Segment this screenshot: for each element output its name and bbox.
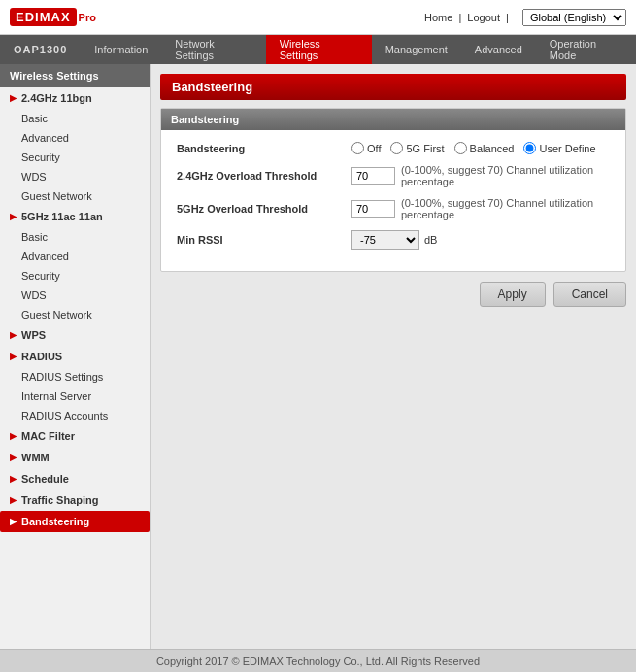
radio-label-off: Off [367, 143, 381, 154]
sidebar-item-5ghz-guest-network[interactable]: Guest Network [0, 305, 150, 324]
sidebar-section-schedule[interactable]: ▶ Schedule [0, 468, 150, 489]
sidebar-title: Wireless Settings [0, 64, 150, 87]
sidebar-section-radius[interactable]: ▶ RADIUS RADIUS Settings Internal Server… [0, 346, 150, 425]
arrow-icon-24ghz: ▶ [10, 93, 17, 103]
sidebar-item-24ghz-security[interactable]: Security [0, 148, 150, 167]
sidebar-item-radius-accounts[interactable]: RADIUS Accounts [0, 406, 150, 425]
language-select[interactable]: Global (English) [522, 9, 626, 26]
radio-off[interactable]: Off [351, 142, 381, 154]
sidebar-item-24ghz-wds[interactable]: WDS [0, 167, 150, 186]
nav-item-advanced[interactable]: Advanced [461, 35, 536, 64]
sidebar-section-label-bandsteering: Bandsteering [21, 516, 89, 527]
arrow-icon-schedule: ▶ [10, 474, 17, 484]
cancel-button[interactable]: Cancel [553, 282, 626, 307]
section-box: Bandsteering Bandsteering Off [160, 108, 626, 272]
sidebar-item-5ghz-basic[interactable]: Basic [0, 227, 150, 247]
section-body: Bandsteering Off 5G First [161, 130, 625, 271]
sidebar-sub-radius: RADIUS Settings Internal Server RADIUS A… [0, 367, 150, 425]
input-threshold-24[interactable] [351, 167, 395, 185]
sidebar-section-label-schedule: Schedule [21, 473, 69, 485]
input-threshold-5g[interactable] [351, 200, 395, 218]
arrow-icon-wps: ▶ [10, 330, 17, 340]
sidebar-item-radius-settings[interactable]: RADIUS Settings [0, 367, 150, 386]
nav-item-network-settings[interactable]: Network Settings [161, 35, 265, 64]
radio-label-5g-first: 5G First [406, 143, 444, 154]
radio-input-balanced[interactable] [454, 142, 467, 154]
select-min-rssi[interactable]: -75 -70 -65 -60 -55 -50 -45 [351, 230, 419, 250]
radio-input-off[interactable] [351, 142, 364, 154]
form-row-bandsteering: Bandsteering Off 5G First [177, 142, 610, 154]
arrow-icon-5ghz: ▶ [10, 212, 17, 221]
sidebar-section-24ghz[interactable]: ▶ 2.4GHz 11bgn Basic Advanced Security W… [0, 87, 150, 206]
controls-threshold-5g: (0-100%, suggest 70) Channel utilization… [351, 197, 610, 220]
label-threshold-5g: 5GHz Overload Threshold [177, 203, 351, 215]
sidebar-section-bandsteering[interactable]: ▶ Bandsteering [0, 511, 150, 532]
radio-label-balanced: Balanced [470, 143, 515, 154]
sidebar-section-5ghz[interactable]: ▶ 5GHz 11ac 11an Basic Advanced Security… [0, 206, 150, 324]
sidebar-item-5ghz-advanced[interactable]: Advanced [0, 247, 150, 266]
sidebar-section-label-5ghz: 5GHz 11ac 11an [21, 211, 103, 222]
nav-item-wireless-settings[interactable]: Wireless Settings [266, 35, 372, 64]
sidebar-section-header-bandsteering[interactable]: ▶ Bandsteering [0, 511, 150, 532]
sidebar-item-internal-server[interactable]: Internal Server [0, 386, 150, 406]
radio-user-define[interactable]: User Define [523, 142, 595, 154]
arrow-icon-radius: ▶ [10, 352, 17, 361]
radio-input-user-define[interactable] [523, 142, 536, 154]
content-area: Bandsteering Bandsteering Bandsteering O… [151, 64, 636, 649]
main-layout: Wireless Settings ▶ 2.4GHz 11bgn Basic A… [0, 64, 636, 649]
sidebar-section-header-traffic-shaping[interactable]: ▶ Traffic Shaping [0, 489, 150, 511]
footer-text: Copyright 2017 © EDIMAX Technology Co., … [156, 655, 480, 667]
controls-threshold-24: (0-100%, suggest 70) Channel utilization… [351, 164, 610, 187]
sidebar-item-24ghz-basic[interactable]: Basic [0, 109, 150, 128]
sidebar: Wireless Settings ▶ 2.4GHz 11bgn Basic A… [0, 64, 151, 649]
sidebar-sub-5ghz: Basic Advanced Security WDS Guest Networ… [0, 227, 150, 324]
sidebar-item-5ghz-security[interactable]: Security [0, 266, 150, 286]
sidebar-section-header-wmm[interactable]: ▶ WMM [0, 447, 150, 468]
sidebar-section-label-traffic-shaping: Traffic Shaping [21, 494, 98, 506]
arrow-icon-wmm: ▶ [10, 453, 17, 462]
radio-group-bandsteering: Off 5G First Balanced [351, 142, 596, 154]
form-row-min-rssi: Min RSSI -75 -70 -65 -60 -55 -50 -45 dB [177, 230, 610, 250]
logout-link[interactable]: Logout [467, 12, 500, 23]
sidebar-section-label-24ghz: 2.4GHz 11bgn [21, 92, 92, 104]
hint-threshold-24: (0-100%, suggest 70) Channel utilization… [401, 164, 610, 187]
sidebar-section-header-schedule[interactable]: ▶ Schedule [0, 468, 150, 489]
nav-item-operation-mode[interactable]: Operation Mode [536, 35, 636, 64]
sidebar-section-header-radius[interactable]: ▶ RADIUS [0, 346, 150, 367]
sidebar-section-mac-filter[interactable]: ▶ MAC Filter [0, 425, 150, 447]
sidebar-item-5ghz-wds[interactable]: WDS [0, 286, 150, 305]
nav-item-management[interactable]: Management [372, 35, 461, 64]
radio-5g-first[interactable]: 5G First [390, 142, 444, 154]
sidebar-section-traffic-shaping[interactable]: ▶ Traffic Shaping [0, 489, 150, 511]
sidebar-item-24ghz-advanced[interactable]: Advanced [0, 128, 150, 148]
home-link[interactable]: Home [424, 12, 452, 23]
top-bar: EDIMAX Pro Home | Logout | Global (Engli… [0, 0, 636, 35]
apply-button[interactable]: Apply [480, 282, 546, 307]
nav-item-information[interactable]: Information [81, 35, 161, 64]
sidebar-section-wps[interactable]: ▶ WPS [0, 324, 150, 346]
logo-text: EDIMAX [10, 8, 77, 26]
sidebar-section-label-wps: WPS [21, 329, 46, 341]
radio-input-5g-first[interactable] [390, 142, 403, 154]
radio-label-user-define: User Define [539, 143, 595, 154]
unit-min-rssi: dB [424, 234, 437, 246]
controls-bandsteering: Off 5G First Balanced [351, 142, 610, 154]
sidebar-section-header-mac-filter[interactable]: ▶ MAC Filter [0, 425, 150, 447]
sidebar-item-24ghz-guest-network[interactable]: Guest Network [0, 186, 150, 206]
radio-balanced[interactable]: Balanced [454, 142, 515, 154]
arrow-icon-mac-filter: ▶ [10, 431, 17, 441]
controls-min-rssi: -75 -70 -65 -60 -55 -50 -45 dB [351, 230, 610, 250]
label-bandsteering: Bandsteering [177, 143, 351, 154]
section-header: Bandsteering [161, 109, 625, 130]
arrow-icon-bandsteering: ▶ [10, 517, 17, 526]
form-row-threshold-5g: 5GHz Overload Threshold (0-100%, suggest… [177, 197, 610, 220]
sidebar-section-wmm[interactable]: ▶ WMM [0, 447, 150, 468]
sidebar-section-header-24ghz[interactable]: ▶ 2.4GHz 11bgn [0, 87, 150, 109]
top-links: Home | Logout | Global (English) [424, 9, 626, 26]
sidebar-section-label-radius: RADIUS [21, 351, 62, 362]
logo-pro: Pro [79, 12, 96, 23]
sidebar-section-header-wps[interactable]: ▶ WPS [0, 324, 150, 346]
label-threshold-24: 2.4GHz Overload Threshold [177, 170, 351, 182]
sidebar-section-label-mac-filter: MAC Filter [21, 430, 75, 442]
sidebar-section-header-5ghz[interactable]: ▶ 5GHz 11ac 11an [0, 206, 150, 227]
